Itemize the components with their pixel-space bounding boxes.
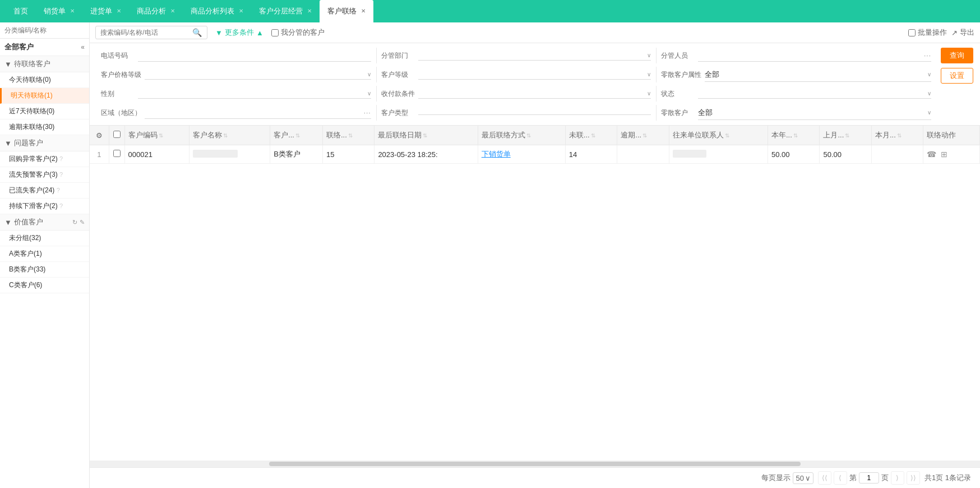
filter-cell-payment: 收付款条件 ∨ xyxy=(377,89,657,99)
filter-cell-region: 区域（地区） ··· xyxy=(96,107,376,119)
prev-page-button[interactable]: ⟨ xyxy=(834,471,847,485)
filter-actions: 查询 设置 xyxy=(936,48,973,84)
nav-item-1[interactable]: 进货单 ✕ xyxy=(82,0,129,22)
nav-item-5[interactable]: 客户联络 ✕ xyxy=(320,0,373,22)
col-type: 客户...⇅ xyxy=(270,126,323,145)
col-code: 客户编码⇅ xyxy=(124,126,189,145)
table-row: 1 000021 B类客户 15 2023-05-23 18:25: 下销货单 xyxy=(90,145,980,164)
col-settings[interactable]: ⚙ xyxy=(90,126,109,145)
sidebar-item-churn-warning[interactable]: 流失预警客户(3) ? xyxy=(0,167,89,183)
chevron-down-icon: ∨ xyxy=(647,52,651,58)
filter-cell-customer-type: 客户类型 xyxy=(377,108,657,118)
retail-customer-select[interactable]: 全部 ∨ xyxy=(698,106,931,120)
more-icon: ··· xyxy=(924,52,931,59)
search-box: 🔍 xyxy=(95,26,207,39)
sidebar-item-overdue[interactable]: 逾期未联络(30) xyxy=(0,119,89,135)
close-icon[interactable]: ✕ xyxy=(170,0,175,22)
sidebar-item-c-type[interactable]: C类客户(6) xyxy=(0,278,89,293)
select-all-checkbox[interactable] xyxy=(113,131,121,138)
sidebar-group-problems[interactable]: ▼ 问题客户 xyxy=(0,135,89,151)
filter-cell-manager: 分管人员 ··· xyxy=(657,50,936,62)
edit-icon[interactable]: ✎ xyxy=(80,219,85,226)
sidebar-item-churned[interactable]: 已流失客户(24) ? xyxy=(0,183,89,199)
action-icons-cell: ☎ ⊞ xyxy=(923,145,980,164)
row-checkbox[interactable] xyxy=(113,150,121,157)
sidebar-group-pending[interactable]: ▼ 待联络客户 xyxy=(0,56,89,72)
horizontal-scrollbar[interactable] xyxy=(90,461,980,467)
my-customers-check: 我分管的客户 xyxy=(271,27,325,38)
payment-select[interactable]: ∨ xyxy=(418,89,651,99)
settings-col-icon[interactable]: ⚙ xyxy=(96,131,103,140)
sidebar-search: 🔍 xyxy=(0,22,89,39)
customer-type: B类客户 xyxy=(270,145,323,164)
export-icon: ↗ xyxy=(951,29,958,37)
next-page-button[interactable]: ⟩ xyxy=(891,471,904,485)
arrow-icon: ▼ xyxy=(4,218,12,227)
sidebar-search-input[interactable] xyxy=(4,26,89,34)
region-select[interactable]: ··· xyxy=(145,107,371,119)
nav-item-4[interactable]: 客户分层经营 ✕ xyxy=(251,0,320,22)
overdue-days xyxy=(617,145,669,164)
col-partner: 往来单位联系人⇅ xyxy=(669,126,768,145)
phone-action-icon[interactable]: ☎ xyxy=(927,150,936,159)
sidebar-group-value[interactable]: ▼ 价值客户 ↻ ✎ xyxy=(0,214,89,231)
sidebar-item-today[interactable]: 今天待联络(0) xyxy=(0,72,89,88)
col-this-year: 本年...⇅ xyxy=(768,126,819,145)
batch-button[interactable]: 批量操作 xyxy=(908,27,947,38)
sidebar-item-tomorrow[interactable]: 明天待联络(1) xyxy=(0,88,89,104)
col-contacts: 联络...⇅ xyxy=(322,126,374,145)
scrollbar-thumb[interactable] xyxy=(269,462,801,466)
manager-select[interactable]: ··· xyxy=(698,50,931,62)
arrow-icon: ▼ xyxy=(4,60,12,68)
export-button[interactable]: ↗ 导出 xyxy=(951,27,974,38)
sidebar-item-b-type[interactable]: B类客户(33) xyxy=(0,262,89,278)
phone-input[interactable] xyxy=(138,50,371,62)
nav-item-3[interactable]: 商品分析列表 ✕ xyxy=(183,0,251,22)
customer-level-select[interactable]: ∨ xyxy=(418,70,651,80)
grid-action-icon[interactable]: ⊞ xyxy=(941,150,947,159)
nav-home[interactable]: 首页 xyxy=(6,0,36,22)
chevron-down-icon: ∨ xyxy=(647,90,651,96)
dept-select[interactable]: ∨ xyxy=(418,50,651,61)
chevron-down-icon: ∨ xyxy=(927,109,931,116)
gender-select[interactable]: ∨ xyxy=(138,89,371,99)
nav-item-0[interactable]: 销货单 ✕ xyxy=(36,0,82,22)
close-icon[interactable]: ✕ xyxy=(361,0,366,22)
sidebar-item-7days[interactable]: 近7天待联络(0) xyxy=(0,104,89,119)
filter-settings-button[interactable]: 设置 xyxy=(941,68,973,84)
pagination: 每页显示 50 ∨ ⟨⟨ ⟨ 第 页 ⟩ ⟩⟩ 共1页 1条记录 xyxy=(90,467,980,488)
my-customers-checkbox[interactable] xyxy=(271,29,279,36)
refresh-icon[interactable]: ↻ xyxy=(72,219,77,226)
close-icon[interactable]: ✕ xyxy=(117,0,121,22)
filter-panel: 电话号码 分管部门 ∨ 分管人员 xyxy=(90,43,980,126)
filter-row-3: 性别 ∨ 收付款条件 ∨ xyxy=(96,86,936,102)
sidebar-item-ungrouped[interactable]: 未分组(32) xyxy=(0,231,89,246)
last-page-button[interactable]: ⟩⟩ xyxy=(907,471,920,485)
search-input[interactable] xyxy=(100,29,190,36)
all-customers-item[interactable]: 全部客户 « xyxy=(0,39,89,56)
col-name: 客户名称⇅ xyxy=(189,126,270,145)
close-icon[interactable]: ✕ xyxy=(307,0,312,22)
retail-attr-select[interactable]: 全部 ∨ xyxy=(705,68,931,82)
price-level-select[interactable]: ∨ xyxy=(145,70,371,80)
col-last-method: 最后联络方式⇅ xyxy=(478,126,565,145)
sidebar-item-repurchase-abnormal[interactable]: 回购异常客户(2) ? xyxy=(0,151,89,167)
this-month-amount xyxy=(871,145,923,164)
per-page-select[interactable]: 50 ∨ xyxy=(793,472,813,484)
search-button[interactable]: 🔍 xyxy=(192,28,202,37)
query-button[interactable]: 查询 xyxy=(941,48,973,63)
customer-type-select[interactable] xyxy=(418,111,651,115)
sidebar-item-a-type[interactable]: A类客户(1) xyxy=(0,246,89,262)
status-select[interactable]: ∨ xyxy=(698,89,931,99)
page-input[interactable] xyxy=(859,472,879,484)
first-page-button[interactable]: ⟨⟨ xyxy=(818,471,831,485)
close-icon[interactable]: ✕ xyxy=(239,0,243,22)
nav-item-2[interactable]: 商品分析 ✕ xyxy=(129,0,183,22)
sidebar-item-declining[interactable]: 持续下滑客户(2) ? xyxy=(0,199,89,214)
batch-checkbox[interactable] xyxy=(908,29,916,36)
close-icon[interactable]: ✕ xyxy=(70,0,75,22)
funnel-icon: ▼ xyxy=(215,29,223,37)
col-last-date: 最后联络日期⇅ xyxy=(375,126,478,145)
contact-method-link[interactable]: 下销货单 xyxy=(482,150,511,158)
filter-button[interactable]: ▼ 更多条件 ▲ xyxy=(212,26,267,39)
